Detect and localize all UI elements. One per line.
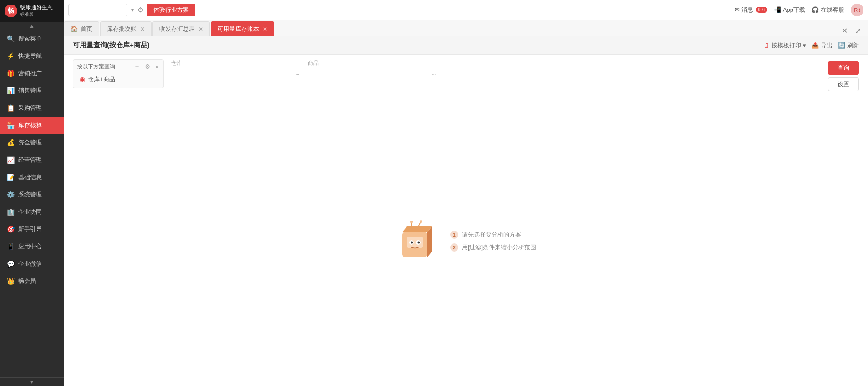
warehouse-input[interactable] [171,72,294,78]
warehouse-more-button[interactable]: ··· [295,71,299,79]
filter-field-warehouse: 仓库 ··· [171,59,299,81]
sidebar-item-guide[interactable]: 🎯 新手引导 [0,221,64,238]
collapse-scheme-button[interactable]: « [154,63,160,70]
export-label: 导出 [821,41,832,50]
app-name: 畅康通好生意 [20,4,53,11]
sidebar: 畅 畅康通好生意 标准版 ▲ 🔍 搜索菜单 ⚡ 快捷导航 🎁 营销推广 📊 销售… [0,0,64,386]
crown-icon: 👑 [6,277,15,285]
export-button[interactable]: 📤 导出 [812,41,832,50]
tab-available-qty[interactable]: 可用量库存账本 ✕ [211,21,274,36]
money-icon: 💰 [6,139,15,147]
hint-text-1: 请先选择要分析的方案 [462,231,521,239]
scheme-icon: ◉ [80,76,85,83]
message-icon: ✉ [735,6,740,13]
message-label: 消息 [741,6,753,14]
page-title: 可用量查询(按仓库+商品) [73,41,150,50]
goods-more-button[interactable]: ··· [432,71,435,79]
tab-batch-account-close[interactable]: ✕ [140,26,145,32]
sidebar-item-finance[interactable]: 💰 资金管理 [0,134,64,151]
svg-point-11 [420,220,422,223]
sidebar-item-inventory[interactable]: 🏪 库存核算 [0,117,64,134]
sidebar-item-operations[interactable]: 📈 经营管理 [0,151,64,169]
sidebar-item-label: 库存核算 [18,121,42,129]
tab-home[interactable]: 🏠 首页 [64,21,99,36]
online-service-button[interactable]: 🎧 在线客服 [812,6,844,14]
tab-close-all-button[interactable]: ✕ [839,26,850,36]
sidebar-item-label: 资金管理 [18,139,42,147]
empty-hint-1: 1 请先选择要分析的方案 [450,231,536,239]
sidebar-scroll-down[interactable]: ▼ [0,377,64,386]
svg-point-6 [411,242,413,244]
filter-actions: 查询 设置 [828,59,859,91]
hint-text-2: 用[过滤]条件来缩小分析范围 [462,243,536,252]
sidebar-item-purchase[interactable]: 📋 采购管理 [0,99,64,117]
sidebar-item-sales[interactable]: 📊 销售管理 [0,82,64,99]
headset-icon: 🎧 [812,6,819,13]
sidebar-item-label: 销售管理 [18,87,42,95]
warehouse-field-input-wrapper: ··· [171,69,299,81]
query-button[interactable]: 查询 [828,61,859,75]
gift-icon: 🎁 [6,69,15,77]
goods-input[interactable] [308,72,430,78]
page-header: 可用量查询(按仓库+商品) 🖨 按模板打印 ▾ 📤 导出 🔄 刷新 [64,36,868,55]
empty-state: 1 请先选择要分析的方案 2 用[过滤]条件来缩小分析范围 [64,96,868,386]
svg-point-7 [417,242,420,244]
print-button[interactable]: 🖨 按模板打印 ▾ [764,41,806,50]
sidebar-item-baseinfo[interactable]: 📝 基础信息 [0,169,64,186]
lightning-icon: ⚡ [6,52,15,60]
filter-field-goods: 商品 ··· [308,59,435,81]
dropdown-chevron-icon[interactable]: ▾ [131,7,134,13]
home-icon: 🏠 [71,26,78,32]
sidebar-scroll-up[interactable]: ▲ [0,22,64,30]
sidebar-item-enterprise-wechat[interactable]: 💬 企业微信 [0,255,64,273]
print-dropdown-icon: ▾ [803,42,806,49]
sidebar-item-shortcut[interactable]: ⚡ 快捷导航 [0,47,64,65]
mobile-icon: 📱 [6,242,15,251]
tab-batch-account-label: 库存批次账 [107,25,137,33]
refresh-label: 刷新 [847,41,859,50]
sidebar-header: 畅 畅康通好生意 标准版 [0,0,64,22]
clipboard-icon: 📋 [6,104,15,112]
add-scheme-button[interactable]: ＋ [133,62,141,71]
sidebar-item-appcenter[interactable]: 📱 应用中心 [0,238,64,255]
tab-batch-account[interactable]: 库存批次账 ✕ [100,21,152,36]
printer-icon: 🖨 [764,42,770,49]
topbar-right-actions: ✉ 消息 99+ 📲 App下载 🎧 在线客服 Rit [735,4,863,16]
sidebar-item-enterprise[interactable]: 🏢 企业协同 [0,203,64,221]
tab-receipts-summary[interactable]: 收发存汇总表 ✕ [152,21,210,36]
scheme-item-warehouse-goods[interactable]: ◉ 仓库+商品 [77,73,160,85]
svg-point-10 [410,221,413,223]
message-button[interactable]: ✉ 消息 99+ [735,6,767,14]
filter-scheme-panel: 按以下方案查询 ＋ ⚙ « ◉ 仓库+商品 [73,59,164,88]
mobile-download-icon: 📲 [774,6,781,13]
svg-marker-1 [402,226,432,232]
scheme-item-label: 仓库+商品 [88,75,115,83]
tab-receipts-summary-label: 收发存汇总表 [159,25,195,33]
edit-scheme-button[interactable]: ⚙ [144,63,152,70]
settings-button[interactable]: 设置 [828,77,859,91]
sidebar-item-vip[interactable]: 👑 畅会员 [0,273,64,290]
content-area: 可用量查询(按仓库+商品) 🖨 按模板打印 ▾ 📤 导出 🔄 刷新 [64,36,868,386]
sidebar-item-marketing[interactable]: 🎁 营销推广 [0,65,64,82]
tabbar-actions: ✕ ⤢ [839,26,868,36]
gear-icon: ⚙️ [6,190,15,199]
message-badge: 99+ [756,7,767,13]
sidebar-nav: 🔍 搜索菜单 ⚡ 快捷导航 🎁 营销推广 📊 销售管理 📋 采购管理 🏪 库存核… [0,30,64,377]
sidebar-item-search[interactable]: 🔍 搜索菜单 [0,30,64,47]
refresh-button[interactable]: 🔄 刷新 [838,41,859,50]
sidebar-item-system[interactable]: ⚙️ 系统管理 [0,186,64,203]
user-menu[interactable]: Rit [851,4,863,16]
empty-hint-2: 2 用[过滤]条件来缩小分析范围 [450,243,536,252]
hint-number-1: 1 [450,231,458,239]
tab-expand-button[interactable]: ⤢ [852,26,863,36]
tab-receipts-summary-close[interactable]: ✕ [198,26,203,32]
tab-available-qty-close[interactable]: ✕ [263,26,267,32]
topbar-gear-icon[interactable]: ⚙ [137,6,143,14]
app-download-button[interactable]: 📲 App下载 [774,6,805,14]
industry-solution-button[interactable]: 体验行业方案 [147,4,195,16]
sidebar-item-label: 经营管理 [18,156,42,164]
chat-icon: 💬 [6,260,15,268]
refresh-icon: 🔄 [838,42,845,49]
sidebar-item-label: 采购管理 [18,104,42,112]
topbar-search-input[interactable] [68,4,127,16]
